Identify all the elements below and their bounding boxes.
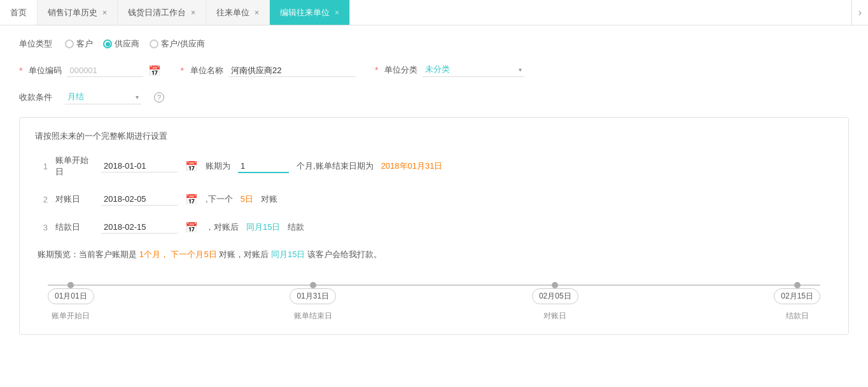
timeline-badge-2: 01月31日 (290, 288, 336, 304)
row-1-calendar-icon[interactable]: 📅 (185, 160, 198, 172)
row-3-calendar-icon[interactable]: 📅 (185, 222, 198, 234)
timeline-badge-1: 01月01日 (48, 288, 94, 304)
payment-row: 收款条件 月结 ▾ ? (19, 90, 849, 104)
unit-name-input[interactable] (228, 64, 356, 77)
unit-code-label: 单位编码 (29, 65, 62, 76)
row-2-calendar-icon[interactable]: 📅 (185, 194, 198, 206)
unit-cat-value: 未分类 (425, 64, 515, 75)
unit-type-label: 单位类型 (19, 38, 52, 50)
timeline-label-4: 结款日 (786, 311, 809, 321)
row-2-num: 2 (35, 195, 48, 204)
timeline-badge-3: 02月05日 (532, 288, 578, 304)
timeline: 01月01日 账单开始日 01月31日 账单结束日 02月05日 对账日 (35, 276, 833, 321)
tab-edit-partner-close[interactable]: × (335, 8, 339, 17)
panel-title: 请按照未来的一个完整帐期进行设置 (35, 130, 833, 142)
unit-code-input[interactable] (67, 64, 143, 77)
timeline-label-1: 账单开始日 (52, 311, 90, 321)
row-2-label: 对账日 (55, 194, 94, 205)
radio-customer[interactable]: 客户 (65, 38, 93, 50)
unit-cat-star: * (375, 65, 378, 75)
payment-value: 月结 (67, 91, 132, 102)
timeline-dot-4 (794, 282, 801, 288)
unit-cat-field: * 单位分类 未分类 ▾ (375, 62, 524, 77)
row-3-date-input[interactable] (101, 221, 178, 234)
row-2-desc-after: 对账 (261, 194, 277, 205)
timeline-badge-4: 02月15日 (774, 288, 820, 304)
radio-customer-label: 客户 (76, 38, 93, 50)
arrow-icon: › (858, 7, 862, 18)
timeline-label-2: 账单结束日 (294, 311, 332, 321)
unit-code-star: * (19, 66, 22, 76)
unit-code-field: * 单位编码 📅 (19, 64, 161, 77)
timeline-item-3: 02月05日 对账日 (532, 276, 578, 321)
payment-dropdown[interactable]: 月结 ▾ (65, 90, 141, 104)
row-1-num: 1 (35, 162, 48, 171)
tab-more-arrow[interactable]: › (851, 0, 868, 25)
tab-cashflow[interactable]: 钱货日清工作台 × (118, 0, 206, 25)
payment-arrow-icon: ▾ (136, 94, 139, 101)
row-2-highlight: 5日 (241, 194, 253, 205)
row-1-date-input[interactable] (101, 160, 178, 172)
unit-type-row: 单位类型 客户 供应商 客户/供应商 (19, 38, 849, 50)
unit-name-label: 单位名称 (190, 65, 223, 76)
unit-name-star: * (180, 66, 183, 76)
tab-sales-order-label: 销售订单历史 (48, 7, 97, 18)
radio-customer-circle (65, 39, 74, 48)
setting-row-3: 3 结款日 📅 ，对账后 同月15日 结款 (35, 221, 833, 234)
help-icon[interactable]: ? (154, 92, 164, 102)
timeline-dot-2 (310, 282, 316, 288)
preview-p1: 1个月， (139, 250, 169, 259)
row-1-end-text: 个月,账单结束日期为 (297, 160, 374, 172)
radio-supplier-label: 供应商 (115, 38, 139, 50)
radio-both-label: 客户/供应商 (161, 38, 205, 50)
radio-both[interactable]: 客户/供应商 (150, 38, 205, 50)
tab-sales-order[interactable]: 销售订单历史 × (38, 0, 118, 25)
tab-edit-partner[interactable]: 编辑往来单位 × (270, 0, 350, 25)
timeline-line (48, 285, 820, 286)
preview-p3: 同月15日 (271, 250, 305, 259)
row-3-desc-before: ，对账后 (206, 222, 239, 233)
tab-partner-label: 往来单位 (216, 7, 249, 18)
preview-p2: 下一个月5日 (171, 250, 216, 259)
preview-label: 账期预览：当前客户账期是 (38, 250, 137, 259)
preview-end: 该客户会给我打款。 (307, 250, 382, 259)
preview-mid: 对账，对账后 (219, 250, 269, 259)
timeline-item-2: 01月31日 账单结束日 (290, 276, 336, 321)
unit-name-field: * 单位名称 (180, 64, 355, 77)
row-3-highlight: 同月15日 (246, 222, 280, 233)
tab-partner[interactable]: 往来单位 × (206, 0, 270, 25)
tab-cashflow-label: 钱货日清工作台 (128, 7, 186, 18)
row-2-date-input[interactable] (101, 193, 178, 206)
row-3-num: 3 (35, 223, 48, 232)
row-1-end-highlight: 2018年01月31日 (381, 160, 443, 172)
setting-row-1: 1 账单开始日 📅 账期为 个月,账单结束日期为 2018年01月31日 (35, 155, 833, 178)
row-3-label: 结款日 (55, 222, 94, 233)
unit-cat-label: 单位分类 (384, 64, 417, 76)
settings-panel: 请按照未来的一个完整帐期进行设置 1 账单开始日 📅 账期为 个月,账单结束日期… (19, 117, 849, 335)
tab-home[interactable]: 首页 (0, 0, 38, 25)
unit-cat-arrow-icon: ▾ (519, 66, 522, 73)
radio-group: 客户 供应商 客户/供应商 (65, 38, 205, 50)
tab-bar: 首页 销售订单历史 × 钱货日清工作台 × 往来单位 × 编辑往来单位 × › (0, 0, 868, 25)
timeline-item-1: 01月01日 账单开始日 (48, 276, 94, 321)
tab-sales-order-close[interactable]: × (102, 8, 107, 17)
row-2-desc-before: ,下一个 (206, 194, 233, 205)
timeline-dot-1 (67, 282, 74, 288)
unit-info-row: * 单位编码 📅 * 单位名称 * 单位分类 未分类 ▾ (19, 62, 849, 77)
setting-row-2: 2 对账日 📅 ,下一个5日 对账 (35, 193, 833, 206)
tab-partner-close[interactable]: × (255, 8, 259, 17)
timeline-item-4: 02月15日 结款日 (774, 276, 820, 321)
timeline-dot-3 (552, 282, 558, 288)
period-input[interactable] (238, 160, 289, 173)
tab-cashflow-close[interactable]: × (191, 8, 195, 17)
row-1-label: 账单开始日 (55, 155, 94, 178)
timeline-label-3: 对账日 (543, 311, 566, 321)
tab-home-label: 首页 (10, 7, 27, 18)
radio-both-circle (150, 39, 158, 48)
preview-text: 账期预览：当前客户账期是 1个月， 下一个月5日 对账，对账后 同月15日 该客… (35, 249, 833, 260)
unit-cat-dropdown[interactable]: 未分类 ▾ (423, 62, 524, 77)
tab-edit-partner-label: 编辑往来单位 (280, 7, 330, 18)
row-3-desc-after: 结款 (288, 222, 304, 233)
unit-code-calendar-icon[interactable]: 📅 (148, 65, 161, 77)
radio-supplier[interactable]: 供应商 (103, 38, 139, 50)
